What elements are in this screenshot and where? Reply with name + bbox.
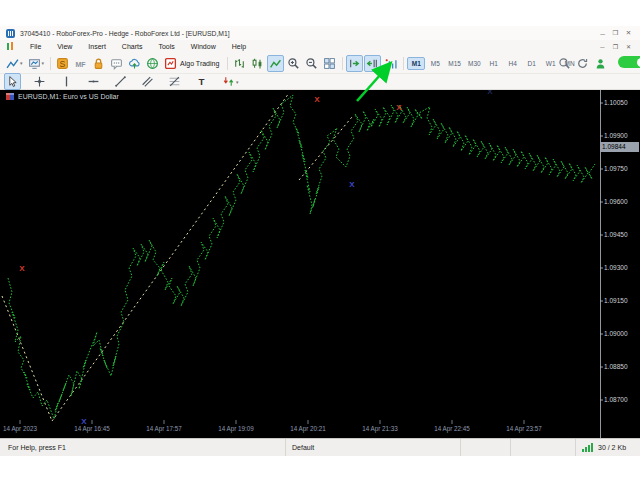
tile-windows-button[interactable] bbox=[321, 55, 338, 72]
algo-trading-label: Algo Trading bbox=[180, 60, 219, 67]
cloud-icon bbox=[128, 57, 141, 70]
trendline-button[interactable] bbox=[112, 73, 129, 90]
price-label: 1.08700 bbox=[604, 396, 639, 404]
fibonacci-retracement-button[interactable] bbox=[166, 73, 183, 90]
timeframe-m5-button[interactable]: M5 bbox=[426, 57, 444, 70]
green-toggle[interactable] bbox=[618, 56, 640, 68]
child-window-controls: ─❐✕ bbox=[596, 43, 640, 50]
algo-icon bbox=[164, 57, 177, 70]
price-chart: XXXXXX bbox=[0, 90, 640, 438]
time-label: 14 Apr 20:21 bbox=[282, 425, 334, 433]
menu-file[interactable]: File bbox=[22, 43, 49, 50]
timeframe-m30-button[interactable]: M30 bbox=[465, 57, 484, 70]
menu-charts[interactable]: Charts bbox=[114, 43, 151, 50]
status-bar: For Help, press F1 Default 30 / 2 Kb bbox=[0, 438, 640, 456]
crosshair-icon bbox=[33, 75, 46, 88]
timeframe-h4-button[interactable]: H4 bbox=[504, 57, 522, 70]
minimize-button[interactable]: ─ bbox=[596, 30, 609, 37]
signal-bars-icon bbox=[582, 443, 594, 452]
tile-icon bbox=[323, 57, 336, 70]
cursor-button[interactable] bbox=[4, 73, 21, 90]
status-connection[interactable]: 30 / 2 Kb bbox=[575, 439, 640, 456]
svg-text:MF: MF bbox=[75, 60, 86, 67]
text-label-button[interactable]: T bbox=[193, 73, 210, 90]
toolbar-separator bbox=[50, 57, 51, 70]
time-label: 14 Apr 19:09 bbox=[210, 425, 262, 433]
messages-button[interactable] bbox=[108, 55, 125, 72]
menu-items: FileViewInsertChartsToolsWindowHelp bbox=[22, 43, 254, 50]
indicators-button[interactable] bbox=[382, 55, 399, 72]
close-button[interactable]: ✕ bbox=[622, 43, 635, 50]
restore-button[interactable]: ❐ bbox=[609, 43, 622, 50]
algo-trading-button[interactable]: Algo Trading bbox=[162, 55, 223, 72]
metaquotes-sync-button[interactable] bbox=[574, 55, 591, 72]
fibo-icon bbox=[168, 75, 181, 88]
candlestick-chart-button[interactable] bbox=[249, 55, 266, 72]
menu-insert[interactable]: Insert bbox=[80, 43, 114, 50]
price-label: 1.09150 bbox=[604, 297, 639, 305]
chart-window-icon[interactable] bbox=[6, 42, 16, 51]
equidistant-channel-button[interactable] bbox=[139, 73, 156, 90]
metatrader-window: 37045410 - RoboForex-Pro - Hedge - RoboF… bbox=[0, 0, 640, 480]
zoom-in-button[interactable] bbox=[285, 55, 302, 72]
new-order-button[interactable]: S bbox=[54, 55, 71, 72]
shift-icon bbox=[366, 57, 379, 70]
arrows-icon bbox=[222, 75, 235, 88]
chat-icon bbox=[110, 57, 123, 70]
time-label: 14 Apr 2023 bbox=[0, 425, 46, 433]
status-profile[interactable]: Default bbox=[285, 439, 460, 456]
person-icon bbox=[594, 57, 607, 70]
auto-scroll-button[interactable] bbox=[346, 55, 363, 72]
menu-view[interactable]: View bbox=[49, 43, 80, 50]
cloud-upload-button[interactable] bbox=[126, 55, 143, 72]
svg-text:X: X bbox=[349, 180, 355, 189]
time-label: 14 Apr 17:57 bbox=[138, 425, 190, 433]
vline-icon bbox=[60, 75, 73, 88]
current-price-box: 1.09844 bbox=[600, 142, 639, 152]
text-icon: T bbox=[195, 75, 208, 88]
chart-shift-button[interactable] bbox=[364, 55, 381, 72]
title-bar: 37045410 - RoboForex-Pro - Hedge - RoboF… bbox=[0, 26, 640, 40]
minimize-button[interactable]: ─ bbox=[596, 44, 609, 50]
price-label: 1.10050 bbox=[604, 99, 639, 107]
line-chart-button[interactable] bbox=[267, 55, 284, 72]
menu-window[interactable]: Window bbox=[183, 43, 224, 50]
timeframe-m1-button[interactable]: M1 bbox=[407, 57, 425, 70]
timeframe-d1-button[interactable]: D1 bbox=[523, 57, 541, 70]
window-controls: ─❐✕ bbox=[596, 29, 640, 37]
timeframe-h1-button[interactable]: H1 bbox=[485, 57, 503, 70]
close-button[interactable]: ✕ bbox=[622, 29, 635, 37]
menu-help[interactable]: Help bbox=[224, 43, 254, 50]
community-button[interactable] bbox=[144, 55, 161, 72]
price-label: 1.08850 bbox=[604, 363, 639, 371]
arrows-button[interactable]: ▾ bbox=[220, 73, 241, 90]
toolbar-separator bbox=[403, 57, 404, 70]
zoom-out-button[interactable] bbox=[303, 55, 320, 72]
monitor-icon bbox=[28, 57, 41, 70]
time-label: 14 Apr 22:45 bbox=[426, 425, 478, 433]
order-icon: S bbox=[56, 57, 69, 70]
new-chart-button[interactable]: ▾ bbox=[4, 55, 25, 72]
app-icon bbox=[6, 29, 15, 38]
search-icon bbox=[558, 57, 571, 70]
zoomout-icon bbox=[305, 57, 318, 70]
horizontal-line-button[interactable] bbox=[85, 73, 102, 90]
profiles-button[interactable]: ▾ bbox=[26, 55, 47, 72]
connection-user-button[interactable] bbox=[592, 55, 609, 72]
globe-icon bbox=[146, 57, 159, 70]
restore-button[interactable]: ❐ bbox=[609, 29, 622, 37]
refresh-icon bbox=[576, 57, 589, 70]
timeframe-m15-button[interactable]: M15 bbox=[445, 57, 464, 70]
linechart-icon bbox=[269, 57, 282, 70]
chart-area[interactable]: XXXXXX EURUSD,M1: Euro vs US Dollar 1.09… bbox=[0, 90, 640, 438]
search-button[interactable] bbox=[556, 55, 573, 72]
market-button[interactable]: MF bbox=[72, 55, 89, 72]
vertical-line-button[interactable] bbox=[58, 73, 75, 90]
crosshair-button[interactable] bbox=[31, 73, 48, 90]
bar-chart-button[interactable] bbox=[231, 55, 248, 72]
menu-tools[interactable]: Tools bbox=[150, 43, 182, 50]
symbol-text: EURUSD,M1: Euro vs US Dollar bbox=[18, 93, 119, 100]
price-label: 1.09750 bbox=[604, 165, 639, 173]
vps-button[interactable] bbox=[90, 55, 107, 72]
mf-icon: MF bbox=[74, 57, 87, 70]
